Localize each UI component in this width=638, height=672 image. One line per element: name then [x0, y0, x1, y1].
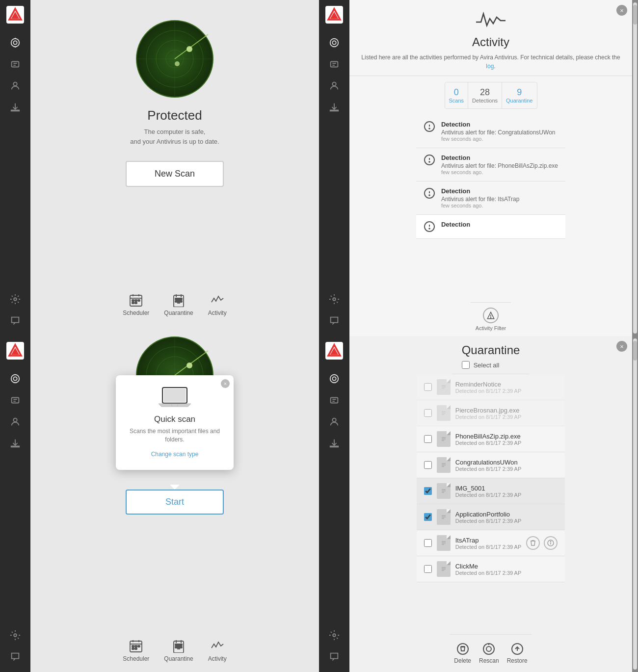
svg-point-47	[429, 195, 430, 196]
quarantine-restore-button[interactable]: Restore	[503, 639, 532, 668]
sidebar-icon-scan[interactable]	[6, 33, 25, 52]
sidebar-icon-user-bl[interactable]	[6, 413, 25, 431]
sidebar-icon-settings-bl[interactable]	[6, 626, 25, 645]
q-checkbox-6[interactable]	[424, 539, 432, 547]
activity-close-button[interactable]: ×	[616, 5, 627, 16]
status-subtitle: The computer is safe, and your Antivirus…	[130, 127, 219, 146]
activity-item-1: Detection Antivirus alert for file: Phon…	[416, 148, 565, 181]
quarantine-scrollbar[interactable]	[633, 338, 637, 670]
sidebar-icon-user-tr[interactable]	[325, 77, 344, 95]
activity-item-detail-1: Antivirus alert for file: PhoneBillAsZip…	[441, 162, 558, 169]
activity-scrollbar-thumb[interactable]	[633, 5, 637, 25]
q-checkbox-0[interactable]	[424, 383, 432, 391]
svg-point-90	[332, 377, 336, 380]
svg-point-3	[11, 39, 20, 47]
activity-scrollbar[interactable]	[633, 2, 637, 334]
q-checkbox-2[interactable]	[424, 435, 432, 443]
sidebar-icon-chat-tr[interactable]	[325, 311, 344, 330]
sidebar-icon-download[interactable]	[6, 98, 25, 117]
q-checkbox-7[interactable]	[424, 565, 432, 573]
q-info-icon-6[interactable]	[544, 536, 558, 550]
svg-rect-27	[135, 302, 137, 304]
sidebar-icon-download-bl[interactable]	[6, 434, 25, 453]
sidebar-icon-settings[interactable]	[6, 290, 25, 309]
activity-item-body-2: Detection Antivirus alert for file: ItsA…	[441, 187, 558, 208]
sidebar-icon-user-br[interactable]	[325, 413, 344, 431]
activity-stat-scans[interactable]: 0 Scans	[445, 82, 469, 108]
svg-point-93	[333, 634, 336, 637]
activity-waveform-icon	[476, 10, 505, 31]
activity-header: Activity Listed here are all the activit…	[349, 0, 632, 76]
quarantine-num: 9	[506, 87, 532, 98]
activity-filter-icon[interactable]	[483, 308, 499, 323]
q-file-date-2: Detected on 8/1/17 2:39 AP	[455, 440, 558, 446]
nav-activity-bl[interactable]: Activity	[208, 639, 227, 662]
modal-close-button[interactable]: ×	[221, 379, 230, 388]
quarantine-label: Quarantine	[506, 98, 532, 103]
nav-activity[interactable]: Activity	[208, 293, 227, 316]
avira-logo	[6, 6, 24, 26]
activity-item-body-3: Detection	[441, 221, 558, 229]
q-checkbox-1[interactable]	[424, 409, 432, 417]
svg-rect-59	[12, 398, 19, 403]
new-scan-button[interactable]: New Scan	[126, 161, 224, 187]
svg-point-9	[14, 298, 17, 301]
svg-rect-24	[135, 300, 137, 301]
sidebar-icon-chat-bl[interactable]	[6, 647, 25, 666]
quarantine-rescan-button[interactable]: Rescan	[475, 639, 503, 668]
sidebar-icon-scan-tr[interactable]	[325, 33, 344, 52]
sidebar-icon-chat-br[interactable]	[325, 647, 344, 666]
sidebar-icon-shield-bl[interactable]	[6, 391, 25, 410]
nav-quarantine[interactable]: Quarantine	[164, 293, 193, 316]
svg-rect-78	[132, 646, 134, 647]
q-file-info-1: PierceBrosnan.jpg.exe Detected on 8/1/17…	[455, 407, 558, 420]
sidebar-icon-settings-tr[interactable]	[325, 290, 344, 309]
q-file-icon-2	[437, 431, 451, 447]
sidebar-icon-scan-bl[interactable]	[6, 369, 25, 388]
nav-scheduler-bl[interactable]: Scheduler	[123, 639, 149, 662]
quarantine-rescan-label: Rescan	[479, 657, 499, 664]
quarantine-scrollbar-thumb[interactable]	[633, 341, 637, 361]
q-checkbox-5[interactable]	[424, 513, 432, 521]
sidebar-icon-scan-br[interactable]	[325, 369, 344, 388]
sidebar-icon-chat[interactable]	[6, 311, 25, 330]
nav-scheduler[interactable]: Scheduler	[123, 293, 149, 316]
panel-top-left: Protected The computer is safe, and your…	[0, 0, 319, 336]
activity-desc: Listed here are all the activities perfo…	[359, 53, 622, 71]
start-button[interactable]: Start	[126, 490, 224, 515]
quarantine-delete-button[interactable]: Delete	[450, 639, 475, 668]
q-file-date-5: Detected on 8/1/17 2:39 AP	[455, 518, 558, 524]
sidebar-icon-download-br[interactable]	[325, 434, 344, 453]
nav-quarantine-bl[interactable]: Quarantine	[164, 639, 193, 662]
quarantine-close-button[interactable]: ×	[616, 341, 627, 352]
change-scan-type-link[interactable]: Change scan type	[128, 451, 221, 458]
sidebar-icon-settings-br[interactable]	[325, 626, 344, 645]
svg-rect-71	[164, 389, 186, 402]
sidebar-icon-user[interactable]	[6, 77, 25, 95]
q-delete-icon-6[interactable]	[526, 536, 540, 550]
q-file-info-6: ItsATrap Detected on 8/1/17 2:39 AP	[455, 537, 522, 550]
activity-item-alert-icon-2	[424, 187, 435, 199]
sidebar-icon-shield[interactable]	[6, 55, 25, 74]
activity-filter-bar[interactable]: Activity Filter	[471, 302, 511, 336]
sidebar-icon-shield-br[interactable]	[325, 391, 344, 410]
q-file-icon-3	[437, 457, 451, 473]
bottom-nav-bl: Scheduler Quarantine Activity	[123, 639, 226, 672]
q-checkbox-3[interactable]	[424, 461, 432, 469]
svg-point-4	[13, 41, 17, 44]
activity-stats: 0 Scans 28 Detections 9 Quarantine	[445, 82, 537, 109]
sidebar-icon-shield-tr[interactable]	[325, 55, 344, 74]
modal-container: × Quick scan Scans the most important fi…	[30, 375, 319, 672]
activity-stat-detections[interactable]: 28 Detections	[468, 82, 502, 108]
svg-point-124	[551, 541, 551, 542]
activity-item-time-2: few seconds ago.	[441, 203, 558, 208]
activity-log-link[interactable]: log	[486, 63, 494, 70]
sidebar-icon-download-tr[interactable]	[325, 98, 344, 117]
q-checkbox-4[interactable]	[424, 487, 432, 495]
q-file-icon-0	[437, 379, 451, 395]
select-all-checkbox[interactable]	[462, 361, 470, 369]
partial-radar	[135, 336, 214, 375]
quarantine-footer: Delete Rescan Restore	[450, 634, 531, 672]
activity-stat-quarantine[interactable]: 9 Quarantine	[502, 82, 536, 108]
modal-tooltip	[170, 485, 180, 490]
